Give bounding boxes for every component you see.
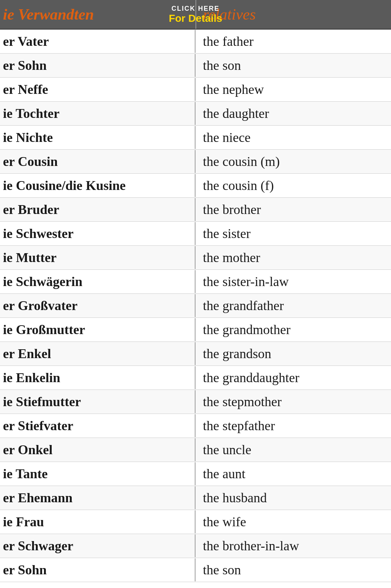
header-row: ie Verwandten CLICK HERE For Details rel…: [0, 0, 391, 30]
vocab-table: er Vaterthe fatherer Sohnthe soner Neffe…: [0, 30, 391, 582]
english-cell: the brother: [196, 198, 391, 221]
table-row: ie Enkelinthe granddaughter: [0, 366, 391, 390]
german-cell: ie Stiefmutter: [0, 390, 196, 413]
english-cell: the son: [196, 558, 391, 581]
page-container: ie Verwandten CLICK HERE For Details rel…: [0, 0, 391, 588]
table-row: ie Nichtethe niece: [0, 126, 391, 150]
german-cell: ie Cousine/die Kusine: [0, 174, 196, 197]
table-row: ie Schwägerinthe sister-in-law: [0, 270, 391, 294]
english-cell: the granddaughter: [196, 366, 391, 389]
german-cell: er Neffe: [0, 78, 196, 101]
table-row: er Ehemannthe husband: [0, 486, 391, 510]
table-row: er Stiefvaterthe stepfather: [0, 414, 391, 438]
english-cell: the husband: [196, 486, 391, 509]
table-row: er Schwagerthe brother-in-law: [0, 534, 391, 558]
table-row: er Cousinthe cousin (m): [0, 150, 391, 174]
english-cell: the sister: [196, 222, 391, 245]
english-cell: the uncle: [196, 438, 391, 461]
english-cell: the grandson: [196, 342, 391, 365]
english-cell: the nephew: [196, 78, 391, 101]
german-cell: er Vater: [0, 30, 196, 53]
table-row: er Neffethe nephew: [0, 78, 391, 102]
table-row: er Enkelthe grandson: [0, 342, 391, 366]
english-cell: the niece: [196, 126, 391, 149]
german-cell: er Cousin: [0, 150, 196, 173]
german-cell: ie Mutter: [0, 246, 196, 269]
english-cell: the cousin (f): [196, 174, 391, 197]
german-cell: er Sohn: [0, 54, 196, 77]
english-cell: the stepmother: [196, 390, 391, 413]
german-cell: ie Enkelin: [0, 366, 196, 389]
table-row: er Sohnthe son: [0, 558, 391, 582]
header-english: relatives: [196, 6, 391, 23]
english-cell: the father: [196, 30, 391, 53]
german-cell: er Schwager: [0, 534, 196, 557]
english-cell: the sister-in-law: [196, 270, 391, 293]
english-cell: the grandfather: [196, 294, 391, 317]
table-row: ie Tochterthe daughter: [0, 102, 391, 126]
table-row: ie Großmutterthe grandmother: [0, 318, 391, 342]
german-cell: ie Schwester: [0, 222, 196, 245]
german-cell: ie Nichte: [0, 126, 196, 149]
table-row: ie Mutterthe mother: [0, 246, 391, 270]
table-row: ie Schwesterthe sister: [0, 222, 391, 246]
english-cell: the aunt: [196, 462, 391, 485]
table-row: er Großvaterthe grandfather: [0, 294, 391, 318]
german-cell: er Onkel: [0, 438, 196, 461]
table-row: er Vaterthe father: [0, 30, 391, 54]
german-cell: er Enkel: [0, 342, 196, 365]
german-cell: ie Großmutter: [0, 318, 196, 341]
table-row: er Bruderthe brother: [0, 198, 391, 222]
table-row: er Sohnthe son: [0, 54, 391, 78]
german-cell: ie Tante: [0, 462, 196, 485]
english-cell: the son: [196, 54, 391, 77]
table-row: ie Cousine/die Kusinethe cousin (f): [0, 174, 391, 198]
english-cell: the brother-in-law: [196, 534, 391, 557]
german-cell: er Sohn: [0, 558, 196, 581]
german-cell: ie Frau: [0, 510, 196, 533]
english-cell: the cousin (m): [196, 150, 391, 173]
english-cell: the grandmother: [196, 318, 391, 341]
table-row: ie Stiefmutterthe stepmother: [0, 390, 391, 414]
german-cell: ie Tochter: [0, 102, 196, 125]
german-cell: er Stiefvater: [0, 414, 196, 437]
table-row: er Onkelthe uncle: [0, 438, 391, 462]
table-row: ie Tantethe aunt: [0, 462, 391, 486]
german-cell: er Ehemann: [0, 486, 196, 509]
english-cell: the daughter: [196, 102, 391, 125]
german-cell: ie Schwägerin: [0, 270, 196, 293]
header-german: ie Verwandten: [0, 6, 196, 23]
german-cell: er Bruder: [0, 198, 196, 221]
table-row: ie Frauthe wife: [0, 510, 391, 534]
english-cell: the mother: [196, 246, 391, 269]
header-divider: [196, 0, 196, 29]
german-cell: er Großvater: [0, 294, 196, 317]
english-cell: the stepfather: [196, 414, 391, 437]
english-cell: the wife: [196, 510, 391, 533]
